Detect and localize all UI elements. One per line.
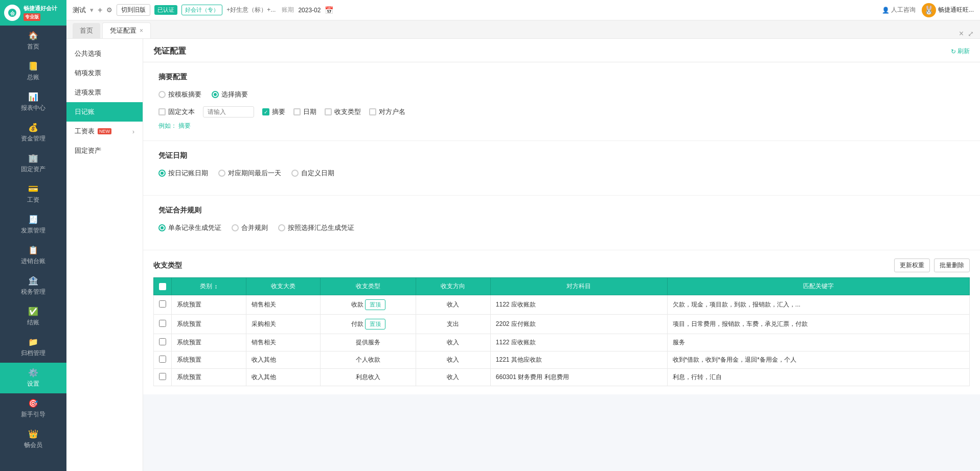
tag-button[interactable]: 置顶 xyxy=(365,299,385,310)
row-type: 提供服务 xyxy=(321,334,416,351)
summary-radio-select[interactable]: 选择摘要 xyxy=(212,90,248,99)
sidebar-item-closing[interactable]: ✅ 结账 xyxy=(0,301,66,332)
row-checkbox[interactable] xyxy=(159,320,166,327)
voucher-date-custom[interactable]: 自定义日期 xyxy=(291,169,334,178)
table-row: 系统预置 销售相关 提供服务 收入 1122 应收账款 服务 xyxy=(154,334,970,351)
income-expense-title: 收支类型 xyxy=(153,261,182,270)
row-checkbox[interactable] xyxy=(159,356,166,363)
merge-rule[interactable]: 合并规则 xyxy=(232,223,268,232)
help-button[interactable]: 👤 人工咨询 xyxy=(882,6,916,14)
voucher-date-title: 凭证日期 xyxy=(158,151,965,160)
good-accounting-badge: 好会计（专） xyxy=(181,5,222,15)
username: 畅捷通旺旺... xyxy=(938,6,974,14)
row-keywords: 收到*借款，收到*备用金，退回*备用金，个人 xyxy=(667,351,969,369)
refresh-button[interactable]: ↻ 刷新 xyxy=(951,47,970,56)
checkbox-income-type-box xyxy=(325,108,332,115)
extra-badges: +好生意（标）+... xyxy=(226,6,276,14)
sidebar-item-salary[interactable]: 💳 工资 xyxy=(0,179,66,209)
checkbox-summary[interactable]: ✓ 摘要 xyxy=(262,107,285,116)
sidebar-item-vip[interactable]: 👑 畅会员 xyxy=(0,424,66,455)
right-panel: 凭证配置 ↻ 刷新 摘要配置 按模板摘要 选择摘要 xyxy=(143,39,980,471)
close-window-icon[interactable]: × xyxy=(959,29,964,38)
invoice-icon: 🧾 xyxy=(28,215,38,224)
settings-icon: ⚙️ xyxy=(28,368,38,378)
content-area: 公共选项 销项发票 进项发票 日记账 工资表 NEW › 固定资产 xyxy=(66,39,980,471)
calendar-icon[interactable]: 📅 xyxy=(325,6,333,14)
left-panel-item-fixed-assets[interactable]: 固定资产 xyxy=(66,141,143,160)
sidebar-item-funds[interactable]: 💰 资金管理 xyxy=(0,117,66,148)
row-direction: 支出 xyxy=(416,315,491,334)
row-checkbox-cell[interactable] xyxy=(154,295,172,315)
sidebar-item-assets[interactable]: 🏢 固定资产 xyxy=(0,148,66,179)
add-button[interactable]: + xyxy=(98,6,102,15)
sidebar-item-settings[interactable]: ⚙️ 设置 xyxy=(0,363,66,393)
row-type: 个人收款 xyxy=(321,351,416,369)
checkbox-fixed-text[interactable]: 固定文本 xyxy=(158,107,195,116)
user-menu[interactable]: 🐰 畅捷通旺旺... xyxy=(922,3,974,17)
th-keywords: 匹配关键字 xyxy=(667,278,969,295)
update-weight-button[interactable]: 更新权重 xyxy=(894,258,930,272)
row-checkbox-cell[interactable] xyxy=(154,369,172,386)
select-all-checkbox[interactable]: ☐ xyxy=(159,283,166,290)
voucher-date-last-day[interactable]: 对应期间最后一天 xyxy=(218,169,281,178)
logo-icon: 会 xyxy=(4,5,20,21)
row-checkbox[interactable] xyxy=(159,300,166,308)
left-panel-item-payroll[interactable]: 工资表 NEW › xyxy=(66,122,143,141)
radio-select-circle xyxy=(212,91,219,98)
merge-summary[interactable]: 按照选择汇总生成凭证 xyxy=(278,223,354,232)
row-account: 660301 财务费用 利息费用 xyxy=(490,369,667,386)
sidebar-logo: 会 畅捷通好会计 专业版 xyxy=(0,0,66,26)
company-dropdown-icon[interactable]: ▾ xyxy=(90,6,94,14)
sidebar-item-archive[interactable]: 📁 归档管理 xyxy=(0,332,66,363)
left-panel-item-journal[interactable]: 日记账 xyxy=(66,102,143,122)
tag-button[interactable]: 置顶 xyxy=(365,319,385,329)
sidebar-item-stock[interactable]: 📋 进销台账 xyxy=(0,240,66,271)
row-category: 系统预置 xyxy=(172,295,246,315)
topbar-right: 👤 人工咨询 🐰 畅捷通旺旺... xyxy=(882,3,974,17)
row-checkbox-cell[interactable] xyxy=(154,315,172,334)
sidebar-item-invoice[interactable]: 🧾 发票管理 xyxy=(0,209,66,240)
merge-rules-section: 凭证合并规则 单条记录生成凭证 合并规则 按照选择汇总生成凭证 xyxy=(143,196,980,250)
checkbox-income-type[interactable]: 收支类型 xyxy=(325,107,361,116)
checkbox-date[interactable]: 日期 xyxy=(293,107,316,116)
row-checkbox-cell[interactable] xyxy=(154,334,172,351)
expand-arrow-icon: › xyxy=(132,128,134,135)
sidebar-item-reports[interactable]: 📊 报表中心 xyxy=(0,87,66,117)
tab-close-icon[interactable]: × xyxy=(140,27,143,34)
sidebar-item-guide[interactable]: 🎯 新手引导 xyxy=(0,393,66,424)
help-icon: 👤 xyxy=(882,7,890,14)
setting-gear-icon[interactable]: ⚙ xyxy=(106,6,112,14)
th-select-all[interactable]: ☐ xyxy=(154,278,172,295)
vip-icon: 👑 xyxy=(28,429,38,439)
radio-single-record-circle xyxy=(158,224,166,231)
left-panel-item-purchase-invoice[interactable]: 进项发票 xyxy=(66,83,143,102)
maximize-icon[interactable]: ⤢ xyxy=(968,30,974,38)
radio-summary-circle xyxy=(278,224,285,231)
salary-icon: 💳 xyxy=(28,184,38,194)
left-panel-item-sales-invoice[interactable]: 销项发票 xyxy=(66,63,143,83)
sidebar-item-ledger[interactable]: 📒 总账 xyxy=(0,56,66,87)
summary-radio-template[interactable]: 按模板摘要 xyxy=(158,90,201,99)
batch-delete-button[interactable]: 批量删除 xyxy=(934,258,970,272)
row-checkbox[interactable] xyxy=(159,373,166,380)
certified-badge: 已认证 xyxy=(154,5,177,15)
fixed-text-input[interactable] xyxy=(203,106,254,117)
voucher-date-journal[interactable]: 按日记账日期 xyxy=(158,169,208,178)
row-account: 1122 应收账款 xyxy=(490,295,667,315)
voucher-date-section: 凭证日期 按日记账日期 对应期间最后一天 自定义日期 xyxy=(143,141,980,196)
row-checkbox-cell[interactable] xyxy=(154,351,172,369)
voucher-date-radio-group: 按日记账日期 对应期间最后一天 自定义日期 xyxy=(158,169,965,178)
merge-single-record[interactable]: 单条记录生成凭证 xyxy=(158,223,221,232)
row-checkbox[interactable] xyxy=(159,338,166,345)
sidebar-item-tax[interactable]: 🏦 税务管理 xyxy=(0,271,66,301)
row-category: 系统预置 xyxy=(172,315,246,334)
sidebar-item-home[interactable]: 🏠 首页 xyxy=(0,26,66,56)
checkbox-counterpart-name[interactable]: 对方户名 xyxy=(369,107,405,116)
left-panel-item-public[interactable]: 公共选项 xyxy=(66,44,143,63)
row-type: 付款 置顶 xyxy=(321,315,416,334)
tab-home[interactable]: 首页 xyxy=(73,23,100,38)
income-expense-section: 收支类型 更新权重 批量删除 ☐ xyxy=(143,250,980,394)
switch-version-button[interactable]: 切到旧版 xyxy=(117,4,150,16)
tab-voucher-config[interactable]: 凭证配置 × xyxy=(102,22,151,38)
table-row: 系统预置 收入其他 利息收入 收入 660301 财务费用 利息费用 利息，行转… xyxy=(154,369,970,386)
